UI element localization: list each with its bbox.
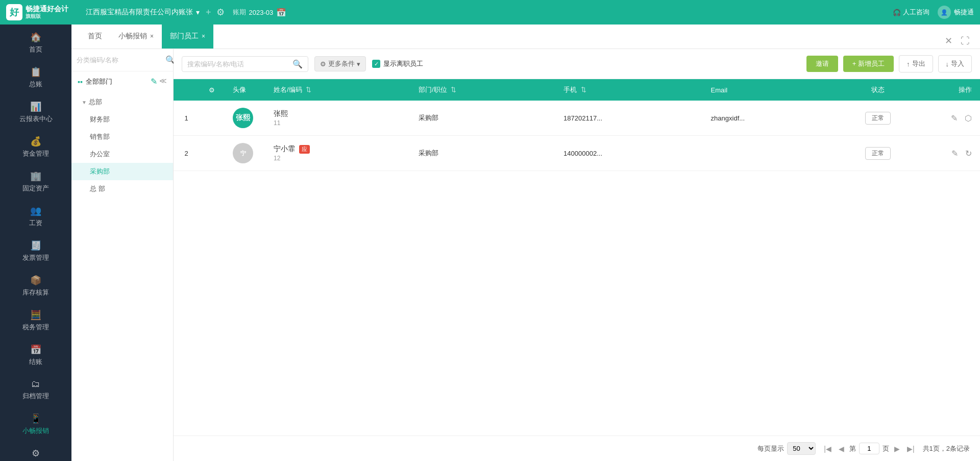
cell-status-2: 正常 [837,136,919,171]
tab-bar: 首页 小畅报销 × 部门员工 × ✕ ⛶ [71,25,980,49]
settings-icon[interactable]: ⚙ [216,7,225,18]
sidebar-item-tax[interactable]: 🧮 税务管理 [0,302,71,337]
tab-home[interactable]: 首页 [80,25,110,48]
headset-icon: 🎧 [893,9,901,16]
cell-avatar-1: 张熙 [225,101,265,136]
settings-nav-icon: ⚙ [32,448,40,459]
inventory-icon: 📦 [30,275,41,286]
archive-icon: 🗂 [31,379,40,390]
import-label: 导入 [951,59,964,68]
employee-code-2: 12 [274,155,310,162]
employee-search-input[interactable] [187,60,289,68]
dept-item-sales[interactable]: 销售部 [71,128,173,145]
tab-department-close[interactable]: × [202,33,205,40]
prev-page-btn[interactable]: ◀ [837,444,846,454]
page-nav: |◀ ◀ 第 页 ▶ ▶| [822,443,916,454]
sidebar-label-inventory: 库存核算 [22,288,49,297]
cell-name-1: 张熙 11 [265,101,410,136]
cell-settings-2 [199,136,225,171]
edit-icon-1[interactable]: ✎ [951,113,958,123]
home-icon: 🏠 [30,32,41,43]
sidebar-item-invoice[interactable]: 🧾 发票管理 [0,233,71,268]
sidebar-label-salary: 工资 [29,219,42,228]
sidebar-item-expense[interactable]: 📱 小畅报销 [0,406,71,441]
refresh-icon-2[interactable]: ↻ [965,149,972,158]
all-dept-label[interactable]: 全部部门 [86,77,148,86]
col-avatar: 头像 [225,79,265,101]
reports-icon: 📊 [30,101,41,112]
add-icon[interactable]: + [206,7,211,18]
sidebar-item-funds[interactable]: 💰 资金管理 [0,129,71,163]
dept-item-general[interactable]: 总 部 [71,180,173,198]
sidebar-item-home[interactable]: 🏠 首页 [0,25,71,59]
col-name[interactable]: 姓名/编码 ⇅ [265,79,410,101]
close-window-btn[interactable]: ✕ [943,33,954,48]
app-logo: 好 畅捷通好会计 旗舰版 [6,4,78,20]
calendar-icon[interactable]: 📅 [276,8,286,17]
sort-dept-icon: ⇅ [451,86,456,93]
sidebar-label-reports: 云报表中心 [19,114,53,124]
employee-badge-2: 应 [299,145,310,154]
sidebar-item-salary[interactable]: 👥 工资 [0,198,71,233]
per-page-select[interactable]: 10 20 50 100 [787,442,816,455]
status-badge-2: 正常 [865,147,891,160]
tab-home-label: 首页 [88,32,102,41]
tab-department[interactable]: 部门员工 × [162,25,213,48]
left-panel: 🔍 ▪▪ 全部部门 ✎ ≪ ▼ 总部 财务部 销售部 [71,49,174,461]
add-employee-button[interactable]: + 新增员工 [843,56,894,72]
filter-icon: ⚙ [320,60,326,68]
dept-group-root[interactable]: ▼ 总部 [71,93,173,111]
sidebar-item-inventory[interactable]: 📦 库存核算 [0,268,71,302]
last-page-btn[interactable]: ▶| [905,444,917,454]
dept-grid-icon: ▪▪ [78,78,83,86]
col-dept[interactable]: 部门/职位 ⇅ [410,79,555,101]
tab-expense[interactable]: 小畅报销 × [110,25,162,48]
user-area[interactable]: 👤 畅捷通 [938,6,974,19]
show-resigned-toggle[interactable]: ✓ 显示离职员工 [372,59,423,68]
assets-icon: 🏢 [30,171,41,182]
sidebar-item-settings[interactable]: ⚙ 基础设置 [0,441,71,461]
dept-item-finance[interactable]: 财务部 [71,111,173,128]
sidebar-label-ledger: 总账 [29,80,42,89]
cell-dept-2: 采购部 [410,136,555,171]
sidebar-label-home: 首页 [29,45,42,54]
app-sub: 旗舰版 [26,13,68,20]
cell-phone-1: 187202117... [555,101,703,136]
company-selector[interactable]: 江西服宝精品有限责任公司内账张 ▾ [86,8,200,17]
cell-name-2: 宁小霏 应 12 [265,136,410,171]
import-button[interactable]: ↓ 导入 [938,55,972,72]
dept-search-input[interactable] [77,56,162,64]
service-button[interactable]: 🎧 人工咨询 [893,8,929,17]
col-settings[interactable]: ⚙ [199,79,225,101]
sidebar-item-ledger[interactable]: 📋 总账 [0,59,71,94]
page-number-input[interactable] [859,443,879,454]
sidebar-item-assets[interactable]: 🏢 固定资产 [0,163,71,198]
dept-edit-icon[interactable]: ✎ [151,77,157,86]
logout-icon-1[interactable]: ⬡ [965,113,972,123]
dept-item-purchase[interactable]: 采购部 [71,163,173,180]
sidebar-item-archive[interactable]: 🗂 归档管理 [0,372,71,406]
sort-phone-icon: ⇅ [581,86,586,93]
sidebar-label-archive: 归档管理 [22,392,49,401]
table-row: 2 宁 宁小霏 [174,136,980,171]
dept-item-office[interactable]: 办公室 [71,145,173,163]
search-submit-icon[interactable]: 🔍 [292,59,303,69]
export-button[interactable]: ↑ 导出 [899,55,933,72]
sidebar-item-close[interactable]: 📅 结账 [0,337,71,372]
maximize-btn[interactable]: ⛶ [959,34,972,48]
edit-icon-2[interactable]: ✎ [951,149,958,158]
filter-button[interactable]: ⚙ 更多条件 ▾ [314,56,366,71]
next-page-btn[interactable]: ▶ [892,444,902,454]
sidebar-item-reports[interactable]: 📊 云报表中心 [0,94,71,129]
close-period-icon: 📅 [30,344,41,355]
first-page-btn[interactable]: |◀ [822,444,834,454]
invite-button[interactable]: 邀请 [806,56,838,72]
tab-expense-close[interactable]: × [150,33,154,40]
resigned-checkbox[interactable]: ✓ [372,60,380,68]
sidebar-label-funds: 资金管理 [22,149,49,158]
dept-collapse-icon[interactable]: ≪ [159,77,167,86]
col-phone[interactable]: 手机 ⇅ [555,79,703,101]
export-label: 导出 [912,59,925,68]
page-prefix: 第 [849,444,856,453]
content-wrapper: 🏠 首页 📋 总账 📊 云报表中心 💰 资金管理 🏢 固定资产 👥 工资 🧾 发… [0,25,980,461]
